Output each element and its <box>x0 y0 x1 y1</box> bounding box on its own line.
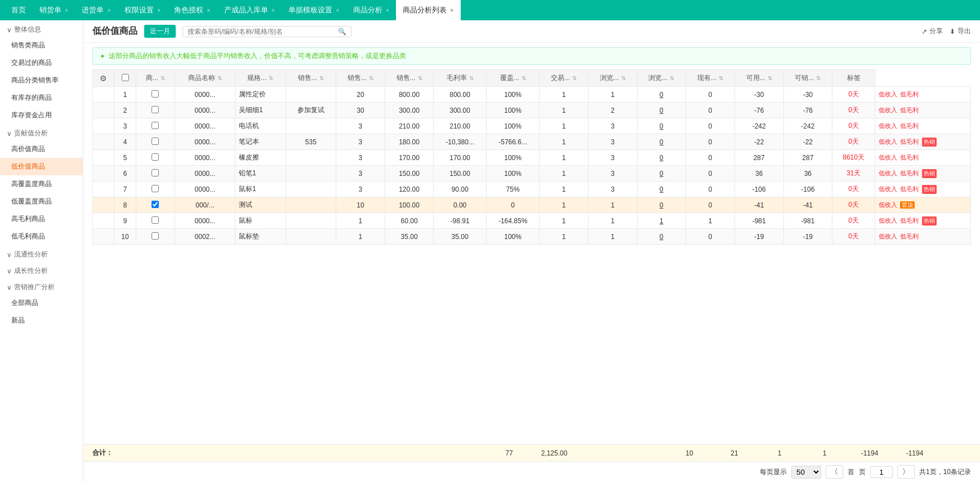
td-browse1[interactable]: 0 <box>637 150 686 166</box>
sidebar-item-high-value[interactable]: 高价值商品 <box>0 140 83 158</box>
td-browse1[interactable]: 0 <box>637 182 686 197</box>
td-checkbox[interactable] <box>136 213 175 229</box>
nav-permissions[interactable]: 权限设置 × <box>118 0 167 20</box>
th-trade[interactable]: 交易...⇅ <box>540 70 589 87</box>
search-icon[interactable]: 🔍 <box>338 28 346 36</box>
sidebar-item-low-margin[interactable]: 低毛利商品 <box>0 228 83 245</box>
sidebar-item-capital[interactable]: 库存资金占用 <box>0 107 83 124</box>
search-input[interactable] <box>188 28 336 36</box>
row-checkbox[interactable] <box>152 90 159 98</box>
td-checkbox[interactable] <box>136 118 175 134</box>
th-sales1[interactable]: 销售...⇅ <box>286 70 336 87</box>
sidebar-item-high-margin[interactable]: 高毛利商品 <box>0 210 83 228</box>
row-checkbox[interactable] <box>152 138 159 145</box>
sidebar-item-all-products[interactable]: 全部商品 <box>0 294 83 312</box>
sidebar-group-flow[interactable]: ∨ 流通性分析 <box>0 245 83 262</box>
row-checkbox[interactable] <box>152 232 159 240</box>
browse1-link[interactable]: 0 <box>660 170 663 178</box>
td-browse1[interactable]: 0 <box>637 197 686 213</box>
th-settings[interactable]: ⚙ <box>93 70 114 87</box>
browse1-link[interactable]: 0 <box>660 138 663 146</box>
th-sales2[interactable]: 销售...⇅ <box>336 70 385 87</box>
page-number-input[interactable] <box>870 466 893 478</box>
browse1-link[interactable]: 0 <box>660 201 663 209</box>
th-stock3[interactable]: 可销...⇅ <box>783 70 832 87</box>
td-checkbox[interactable] <box>136 182 175 197</box>
browse1-link[interactable]: 0 <box>660 185 663 193</box>
row-checkbox[interactable] <box>152 185 159 192</box>
td-checkbox[interactable] <box>136 166 175 182</box>
sidebar-group-growth[interactable]: ∨ 成长性分析 <box>0 262 83 278</box>
sidebar-item-sales-products[interactable]: 销售类商品 <box>0 37 83 54</box>
td-browse1[interactable]: 1 <box>637 213 686 229</box>
nav-roles[interactable]: 角色授权 × <box>167 0 217 20</box>
nav-sales-close[interactable]: × <box>65 7 68 14</box>
th-browse1[interactable]: 浏览...⇅ <box>589 70 638 87</box>
date-filter-button[interactable]: 近一月 <box>144 25 176 38</box>
row-checkbox[interactable] <box>152 201 159 208</box>
share-button[interactable]: ↗ 分享 <box>921 26 943 36</box>
nav-sales[interactable]: 销货单 × <box>33 0 75 20</box>
td-browse1[interactable]: 0 <box>637 134 686 150</box>
th-gross[interactable]: 毛利率⇅ <box>434 70 487 87</box>
browse1-link[interactable]: 0 <box>660 154 663 162</box>
browse1-link[interactable]: 0 <box>660 122 663 130</box>
nav-analysis-list-close[interactable]: × <box>450 7 453 14</box>
sidebar-item-traded-products[interactable]: 交易过的商品 <box>0 54 83 72</box>
export-button[interactable]: ⬇ 导出 <box>950 26 971 36</box>
th-checkbox[interactable] <box>114 70 136 87</box>
select-all-checkbox[interactable] <box>122 74 129 81</box>
browse1-link[interactable]: 0 <box>660 91 663 99</box>
sidebar-item-low-coverage[interactable]: 低覆盖度商品 <box>0 193 83 210</box>
nav-analysis[interactable]: 商品分析 × <box>346 0 396 20</box>
td-checkbox[interactable] <box>136 134 175 150</box>
per-page-select[interactable]: 50 100 <box>791 466 821 479</box>
search-box[interactable]: 🔍 <box>182 26 351 37</box>
td-checkbox[interactable] <box>136 103 175 118</box>
sidebar-item-new-products[interactable]: 新品 <box>0 312 83 329</box>
row-checkbox[interactable] <box>152 122 159 129</box>
nav-purchase-close[interactable]: × <box>107 7 110 14</box>
next-page-button[interactable]: 〉 <box>897 465 915 479</box>
td-browse1[interactable]: 0 <box>637 87 686 103</box>
th-coverage[interactable]: 覆盖...⇅ <box>486 70 540 87</box>
browse1-link[interactable]: 0 <box>660 233 663 241</box>
td-browse1[interactable]: 0 <box>637 229 686 245</box>
sidebar-group-marketing[interactable]: ∨ 营销推广分析 <box>0 278 83 294</box>
nav-analysis-close[interactable]: × <box>386 7 389 14</box>
th-sales3[interactable]: 销售...⇅ <box>385 70 434 87</box>
row-checkbox[interactable] <box>152 169 159 176</box>
nav-analysis-list[interactable]: 商品分析列表 × <box>396 0 460 20</box>
sidebar-group-contribution[interactable]: ∨ 贡献值分析 <box>0 124 83 140</box>
row-checkbox[interactable] <box>152 106 159 113</box>
browse1-link[interactable]: 1 <box>660 217 663 225</box>
th-stock2[interactable]: 可用...⇅ <box>734 70 783 87</box>
sidebar-item-stocked[interactable]: 有库存的商品 <box>0 89 83 107</box>
first-page-button[interactable]: 〈 <box>826 465 843 479</box>
th-browse2[interactable]: 浏览...⇅ <box>637 70 686 87</box>
nav-purchase[interactable]: 进货单 × <box>75 0 117 20</box>
row-checkbox[interactable] <box>152 153 159 161</box>
th-code[interactable]: 商...⇅ <box>136 70 175 87</box>
sidebar-item-high-coverage[interactable]: 高覆盖度商品 <box>0 175 83 193</box>
nav-home[interactable]: 首页 <box>5 0 33 20</box>
sidebar-item-category-rate[interactable]: 商品分类销售率 <box>0 72 83 89</box>
nav-templates-close[interactable]: × <box>336 7 339 14</box>
td-browse1[interactable]: 0 <box>637 103 686 118</box>
browse1-link[interactable]: 0 <box>660 107 663 114</box>
td-browse1[interactable]: 0 <box>637 118 686 134</box>
td-checkbox[interactable] <box>136 229 175 245</box>
nav-templates[interactable]: 单据模板设置 × <box>282 0 346 20</box>
nav-products-close[interactable]: × <box>271 7 275 14</box>
td-checkbox[interactable] <box>136 87 175 103</box>
nav-products[interactable]: 产成品入库单 × <box>217 0 282 20</box>
nav-permissions-close[interactable]: × <box>157 7 161 14</box>
sidebar-group-overall[interactable]: ∨ 整体信息 <box>0 20 83 37</box>
th-name[interactable]: 商品名称⇅ <box>175 70 235 87</box>
sidebar-item-low-value[interactable]: 低价值商品 <box>0 158 83 175</box>
nav-roles-close[interactable]: × <box>207 7 210 14</box>
row-checkbox[interactable] <box>152 216 159 224</box>
th-spec[interactable]: 规格...⇅ <box>235 70 286 87</box>
th-stock1[interactable]: 现有...⇅ <box>686 70 735 87</box>
td-browse1[interactable]: 0 <box>637 166 686 182</box>
